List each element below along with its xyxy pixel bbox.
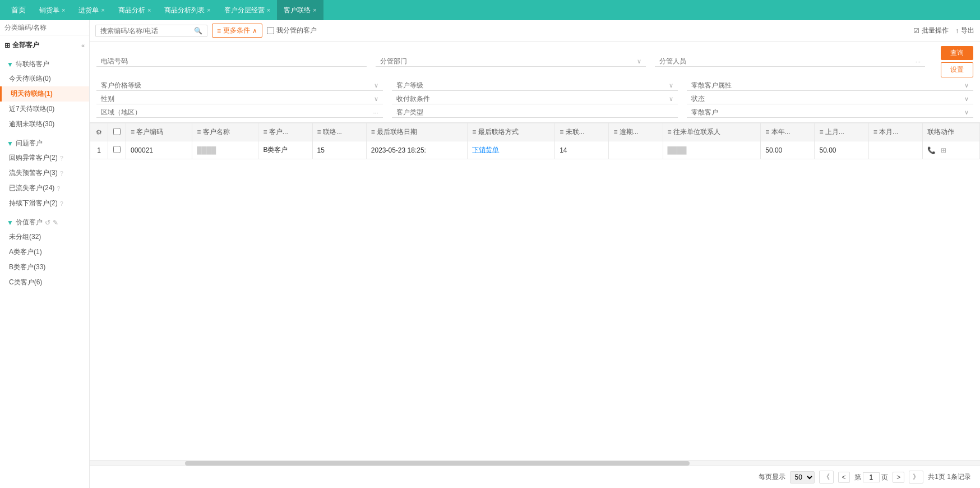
- first-page-button[interactable]: 《: [819, 471, 834, 484]
- sidebar-search-input[interactable]: [4, 24, 89, 31]
- chevron-up-icon: ∧: [252, 27, 257, 35]
- select-all-checkbox[interactable]: [113, 128, 121, 135]
- cell-last-contact-method[interactable]: 下销货单: [468, 141, 555, 159]
- cell-checkbox: [108, 141, 126, 159]
- nav-customer-layered[interactable]: 客户分层经营 ×: [218, 0, 277, 20]
- sidebar-item-ungrouped[interactable]: 未分组(32): [0, 229, 89, 245]
- sidebar: 🔍 ⊞ 全部客户 « ▼ 待联络客户 今天待联络(0) 明天待联络(1) 近7天…: [0, 20, 90, 488]
- filter-manager-input[interactable]: [691, 58, 916, 66]
- sidebar-value-title: ▼ 价值客户 ↺ ✎: [0, 215, 89, 229]
- col-no-contact: ≡ 未联...: [555, 123, 609, 141]
- col-settings[interactable]: ⚙: [90, 123, 108, 141]
- col-name: ≡ 客户名称: [192, 123, 258, 141]
- nav-product-analysis-list[interactable]: 商品分析列表 ×: [158, 0, 217, 20]
- nav-customer-contact[interactable]: 客户联络 ×: [277, 0, 323, 20]
- export-icon: ↑: [955, 27, 959, 35]
- filter-region: 区域（地区） ···: [96, 108, 383, 118]
- close-product-analysis-list-icon[interactable]: ×: [207, 7, 210, 13]
- filter-retail-attr: 零散客户属性 全部 ∨: [687, 81, 973, 91]
- nav-purchase-order[interactable]: 进货单 ×: [72, 0, 111, 20]
- set-button[interactable]: 设置: [941, 62, 973, 77]
- info-icon-2: ?: [57, 185, 60, 192]
- filter-price-level-input[interactable]: [146, 82, 372, 90]
- sidebar-pending-section: ▼ 待联络客户 今天待联络(0) 明天待联络(1) 近7天待联络(0) 逾期未联…: [0, 55, 89, 134]
- main-content: 🔍 ≡ 更多条件 ∧ 我分管的客户 ☑ 批量操作 ↑ 导出: [90, 20, 980, 488]
- sidebar-item-churned[interactable]: 已流失客户(24) ?: [0, 181, 89, 196]
- filter-customer-level: 客户等级 ∨: [392, 81, 678, 91]
- page-info: 第 页: [854, 472, 889, 482]
- page-number-input[interactable]: [863, 472, 880, 482]
- filter-icon: ≡: [217, 27, 221, 35]
- close-customer-layered-icon[interactable]: ×: [267, 7, 270, 13]
- filter-retail-attr-input[interactable]: 全部: [736, 82, 962, 90]
- filter-region-input[interactable]: [146, 109, 373, 117]
- filter-status-input[interactable]: [709, 95, 962, 103]
- sidebar-item-repurchase-abnormal[interactable]: 回购异常客户(2) ?: [0, 150, 89, 165]
- prev-page-button[interactable]: <: [838, 472, 850, 483]
- grid-action-icon[interactable]: ⊞: [941, 146, 946, 154]
- my-customers-checkbox[interactable]: 我分管的客户: [267, 26, 317, 35]
- filter-dept-input[interactable]: [412, 58, 635, 66]
- data-table: ⚙ ≡ 客户编码 ≡ 客户名称 ≡ 客户... ≡ 联络... ≡ 最后联络日期…: [90, 123, 980, 159]
- col-this-year: ≡ 本年...: [761, 123, 815, 141]
- last-contact-method-link[interactable]: 下销货单: [472, 146, 499, 154]
- filter-customer-type-input[interactable]: [428, 109, 674, 117]
- sidebar-item-7days-pending[interactable]: 近7天待联络(0): [0, 102, 89, 117]
- filter-payment: 收付款条件 ∨: [392, 94, 678, 104]
- page-size-label: 每页显示: [759, 472, 785, 482]
- sidebar-problem-section: ▼ 问题客户 回购异常客户(2) ? 流失预警客户(3) ? 已流失客户(24)…: [0, 134, 89, 213]
- more-icon[interactable]: ···: [916, 58, 921, 65]
- search-icon[interactable]: 🔍: [194, 27, 202, 35]
- sidebar-item-tomorrow-pending[interactable]: 明天待联络(1): [0, 86, 89, 102]
- table-row: 1 000021 ████ B类客户 15 2023-05-23 18:25: …: [90, 141, 980, 159]
- sidebar-all-customers[interactable]: ⊞ 全部客户 «: [0, 38, 89, 53]
- nav-sales-order[interactable]: 销货单 ×: [33, 0, 72, 20]
- filter-customer-level-input[interactable]: [428, 82, 667, 90]
- more-filter-button[interactable]: ≡ 更多条件 ∧: [212, 24, 262, 38]
- edit-icon[interactable]: ✎: [53, 219, 58, 227]
- filter-retail-customer-input[interactable]: 全部: [723, 109, 962, 117]
- export-button[interactable]: ↑ 导出: [955, 26, 974, 35]
- sidebar-pending-title: ▼ 待联络客户: [0, 57, 89, 71]
- collapse-all-icon: «: [81, 42, 85, 49]
- row-checkbox[interactable]: [113, 146, 121, 153]
- sidebar-item-class-b[interactable]: B类客户(33): [0, 260, 89, 275]
- region-more-icon[interactable]: ···: [373, 109, 378, 116]
- batch-op-button[interactable]: ☑ 批量操作: [913, 26, 949, 35]
- chevron-down-icon-4: ∨: [964, 82, 969, 89]
- cell-this-year: 50.00: [761, 141, 815, 159]
- sidebar-value-section: ▼ 价值客户 ↺ ✎ 未分组(32) A类客户(1) B类客户(33) C类客户…: [0, 213, 89, 292]
- search-input[interactable]: [100, 27, 194, 35]
- sidebar-item-declining[interactable]: 持续下滑客户(2) ?: [0, 196, 89, 211]
- close-customer-contact-icon[interactable]: ×: [313, 7, 316, 13]
- sidebar-item-class-a[interactable]: A类客户(1): [0, 245, 89, 260]
- sidebar-item-class-c[interactable]: C类客户(6): [0, 275, 89, 290]
- col-checkbox: [108, 123, 126, 141]
- page-size-select[interactable]: 50: [790, 471, 815, 484]
- close-product-analysis-icon[interactable]: ×: [147, 7, 151, 13]
- filter-phone: 电话号码: [96, 57, 367, 67]
- query-button[interactable]: 查询: [941, 46, 973, 60]
- col-last-contact-method: ≡ 最后联络方式: [468, 123, 555, 141]
- last-page-button[interactable]: 》: [909, 471, 923, 484]
- next-page-button[interactable]: >: [893, 472, 904, 483]
- horizontal-scrollbar[interactable]: [90, 460, 980, 466]
- my-customers-check[interactable]: [267, 27, 274, 34]
- filter-phone-input[interactable]: [132, 58, 362, 66]
- close-purchase-order-icon[interactable]: ×: [101, 7, 104, 13]
- filter-manager: 分管人员 ···: [655, 57, 925, 67]
- nav-product-analysis[interactable]: 商品分析 ×: [112, 0, 158, 20]
- nav-home[interactable]: 首页: [4, 0, 33, 20]
- cell-last-contact-date: 2023-05-23 18:25:: [366, 141, 468, 159]
- refresh-icon[interactable]: ↺: [45, 219, 50, 227]
- phone-action-icon[interactable]: 📞: [927, 146, 936, 154]
- filter-gender-input[interactable]: [119, 95, 372, 103]
- filter-payment-input[interactable]: [434, 95, 667, 103]
- sidebar-item-today-pending[interactable]: 今天待联络(0): [0, 71, 89, 86]
- close-sales-order-icon[interactable]: ×: [62, 7, 65, 13]
- sidebar-item-overdue-pending[interactable]: 逾期未联络(30): [0, 117, 89, 132]
- top-nav: 首页 销货单 × 进货单 × 商品分析 × 商品分析列表 × 客户分层经营 × …: [0, 0, 980, 20]
- filter-retail-customer: 零散客户 全部 ∨: [687, 108, 973, 118]
- scrollbar-thumb[interactable]: [185, 461, 690, 466]
- sidebar-item-churn-warning[interactable]: 流失预警客户(3) ?: [0, 165, 89, 181]
